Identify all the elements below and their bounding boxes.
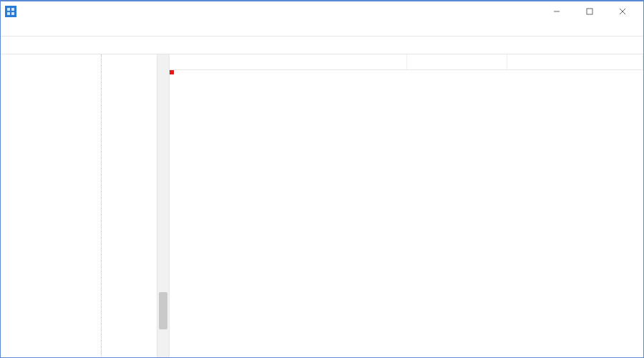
minimize-button[interactable] [540,1,573,21]
column-header-row [170,54,643,70]
column-header-type[interactable] [407,54,507,69]
registry-editor-window [0,0,644,358]
titlebar[interactable] [1,1,643,21]
svg-rect-0 [5,6,16,17]
svg-rect-6 [587,9,592,14]
tree-pane[interactable] [1,54,170,358]
svg-rect-4 [11,12,14,15]
svg-rect-2 [11,8,14,11]
app-icon [5,6,16,17]
svg-rect-1 [7,8,10,11]
maximize-button[interactable] [573,1,606,21]
tree-scroll-thumb[interactable] [159,292,167,329]
tree-scrollbar[interactable] [157,54,169,358]
tree-guideline [101,54,102,358]
menubar [1,21,643,36]
column-header-data[interactable] [507,54,643,69]
column-header-name[interactable] [170,54,407,69]
values-pane[interactable] [170,54,643,358]
highlighted-row-marker [170,70,174,74]
address-bar[interactable] [1,36,643,54]
svg-rect-3 [7,12,10,15]
close-button[interactable] [606,1,639,21]
